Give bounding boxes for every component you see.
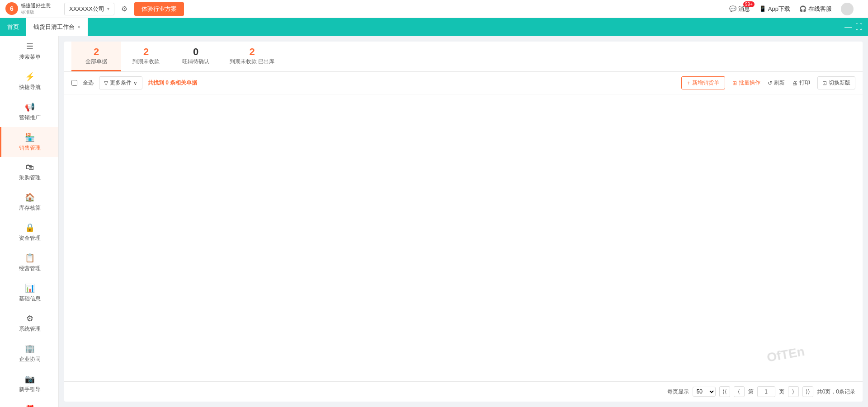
sidebar-label-base-info: 基础信息 — [19, 295, 41, 303]
company-name: XXXXXX公司 — [69, 5, 104, 13]
next-page-button[interactable]: ⟩ — [788, 386, 799, 397]
message-icon: 💬 — [729, 5, 736, 12]
sidebar-item-finance[interactable]: 🔒 资金管理 — [0, 217, 58, 248]
search-menu-icon: ☰ — [26, 42, 33, 51]
last-page-button[interactable]: ⟩⟩ — [802, 386, 813, 397]
sidebar: ☰ 搜索菜单 ⚡ 快捷导航 📢 营销推广 🏪 销售管理 🛍 采购管理 🏠 库存核… — [0, 36, 59, 407]
status-tab-wangwang-count: 0 — [193, 47, 198, 57]
sidebar-item-guide[interactable]: 📷 新手引导 — [0, 369, 58, 399]
sidebar-item-search[interactable]: ☰ 搜索菜单 — [0, 36, 58, 66]
status-tab-overdue-label: 到期未收款 — [132, 58, 160, 65]
sidebar-label-enterprise: 企业协同 — [19, 356, 41, 363]
per-page-label: 每页显示 — [667, 388, 689, 396]
sidebar-label-quick-nav: 快捷导航 — [19, 84, 41, 91]
select-all-checkbox[interactable] — [71, 80, 77, 86]
settings-button[interactable]: ⚙ — [117, 2, 132, 16]
sidebar-item-enterprise[interactable]: 🏢 企业协同 — [0, 338, 58, 369]
table-area — [64, 94, 863, 381]
batch-label: 批量操作 — [739, 79, 760, 87]
print-button[interactable]: 🖨 打印 — [792, 79, 810, 87]
tab-maximize-icon[interactable]: ⛶ — [855, 23, 863, 31]
sidebar-item-operations[interactable]: 📋 经营管理 — [0, 248, 58, 278]
company-selector[interactable]: XXXXXX公司 ▾ — [64, 3, 114, 15]
app-name: 畅捷通好生意 — [21, 2, 51, 9]
tab-minimize-icon[interactable]: — — [844, 23, 852, 31]
filter-icon: ▽ — [104, 80, 108, 86]
toolbar-right: + 新增销货单 ⊞ 批量操作 ↺ 刷新 🖨 打印 — [681, 76, 855, 89]
batch-icon: ⊞ — [732, 80, 737, 86]
sidebar-label-operations: 经营管理 — [19, 265, 41, 272]
tab-close-icon[interactable]: × — [77, 24, 80, 30]
page-suffix: 页 — [779, 388, 784, 396]
message-button[interactable]: 💬 消息 99+ — [729, 5, 750, 13]
status-tab-overdue-shipped-label: 到期未收款 已出库 — [230, 58, 274, 65]
status-tab-all[interactable]: 2 全部单据 — [71, 42, 121, 71]
header-right: 💬 消息 99+ 📱 App下载 🎧 在线客服 — [729, 3, 863, 15]
refresh-button[interactable]: ↺ 刷新 — [768, 79, 785, 87]
finance-icon: 🔒 — [25, 223, 35, 233]
pagination: 每页显示 50 100 200 ⟨⟨ ⟨ 第 页 ⟩ ⟩⟩ 共0页，0条记录 — [64, 381, 863, 402]
sidebar-label-purchase: 采购管理 — [19, 174, 41, 182]
status-tab-wangwang[interactable]: 0 旺辅待确认 — [171, 42, 221, 71]
tab-workbench[interactable]: 钱货日清工作台 × — [26, 18, 88, 36]
refresh-label: 刷新 — [774, 79, 785, 87]
sidebar-item-inventory[interactable]: 🏠 库存核算 — [0, 187, 58, 217]
filter-arrow-icon: ∨ — [133, 80, 137, 86]
per-page-select[interactable]: 50 100 200 — [693, 387, 716, 397]
avatar[interactable] — [841, 3, 854, 15]
found-prefix: 共找到 — [148, 80, 164, 86]
message-badge: 99+ — [743, 1, 755, 7]
sidebar-item-quick-nav[interactable]: ⚡ 快捷导航 — [0, 66, 58, 97]
guide-icon: 📷 — [25, 374, 35, 384]
status-tab-overdue-count: 2 — [143, 47, 149, 57]
tab-home[interactable]: 首页 — [0, 18, 26, 36]
app-download-button[interactable]: 📱 App下载 — [759, 5, 790, 13]
page-label: 第 — [748, 388, 754, 396]
online-service-label: 在线客服 — [808, 5, 832, 13]
toolbar: 全选 ▽ 更多条件 ∨ 共找到 0 条相关单据 + 新增销货单 — [64, 72, 863, 94]
sidebar-label-marketing: 营销推广 — [19, 114, 41, 122]
sidebar-item-app-center[interactable]: 🎁 应用中心 — [0, 399, 58, 407]
sidebar-label-inventory: 库存核算 — [19, 204, 41, 212]
total-label: 共0页，0条记录 — [817, 388, 855, 396]
sidebar-item-base-info[interactable]: 📊 基础信息 — [0, 278, 58, 308]
status-tab-overdue[interactable]: 2 到期未收款 — [121, 42, 171, 71]
content-area: 2 全部单据 2 到期未收款 0 旺辅待确认 2 到期未收款 已出库 — [59, 36, 868, 407]
inventory-icon: 🏠 — [25, 192, 35, 202]
filter-label: 更多条件 — [110, 79, 132, 87]
sidebar-item-system[interactable]: ⚙ 系统管理 — [0, 308, 58, 338]
sales-icon: 🏪 — [25, 132, 35, 142]
status-tab-all-label: 全部单据 — [85, 58, 107, 65]
switch-version-button[interactable]: ⊡ 切换新版 — [817, 76, 855, 89]
filter-button[interactable]: ▽ 更多条件 ∨ — [99, 76, 142, 89]
print-icon: 🖨 — [792, 80, 797, 86]
experience-button[interactable]: 体验行业方案 — [134, 2, 184, 16]
page-input[interactable] — [757, 386, 775, 397]
add-label: 新增销货单 — [692, 79, 719, 87]
sidebar-label-guide: 新手引导 — [19, 386, 41, 393]
service-icon: 🎧 — [799, 5, 807, 12]
prev-page-button[interactable]: ⟨ — [734, 386, 745, 397]
found-suffix: 条相关单据 — [170, 80, 197, 86]
enterprise-icon: 🏢 — [25, 344, 35, 354]
tab-bar: 首页 钱货日清工作台 × — ⛶ — [0, 18, 868, 36]
status-tab-overdue-shipped-count: 2 — [250, 47, 255, 57]
first-page-button[interactable]: ⟨⟨ — [719, 386, 730, 397]
online-service-button[interactable]: 🎧 在线客服 — [799, 5, 832, 13]
sidebar-item-purchase[interactable]: 🛍 采购管理 — [0, 157, 58, 187]
purchase-icon: 🛍 — [26, 163, 34, 172]
print-label: 打印 — [799, 79, 810, 87]
page-content: 2 全部单据 2 到期未收款 0 旺辅待确认 2 到期未收款 已出库 — [64, 42, 863, 402]
select-all-label: 全选 — [83, 79, 94, 87]
download-icon: 📱 — [759, 5, 766, 12]
batch-operation-button[interactable]: ⊞ 批量操作 — [732, 79, 760, 87]
marketing-icon: 📢 — [25, 102, 35, 112]
status-tab-all-count: 2 — [94, 47, 99, 57]
sidebar-item-sales[interactable]: 🏪 销售管理 — [0, 127, 58, 157]
status-tab-overdue-shipped[interactable]: 2 到期未收款 已出库 — [221, 42, 283, 71]
logo-area: 6 畅捷通好生意 标准版 — [5, 2, 64, 15]
add-sales-order-button[interactable]: + 新增销货单 — [681, 76, 725, 89]
sidebar-item-marketing[interactable]: 📢 营销推广 — [0, 97, 58, 127]
operations-icon: 📋 — [25, 253, 35, 263]
refresh-icon: ↺ — [768, 80, 772, 86]
